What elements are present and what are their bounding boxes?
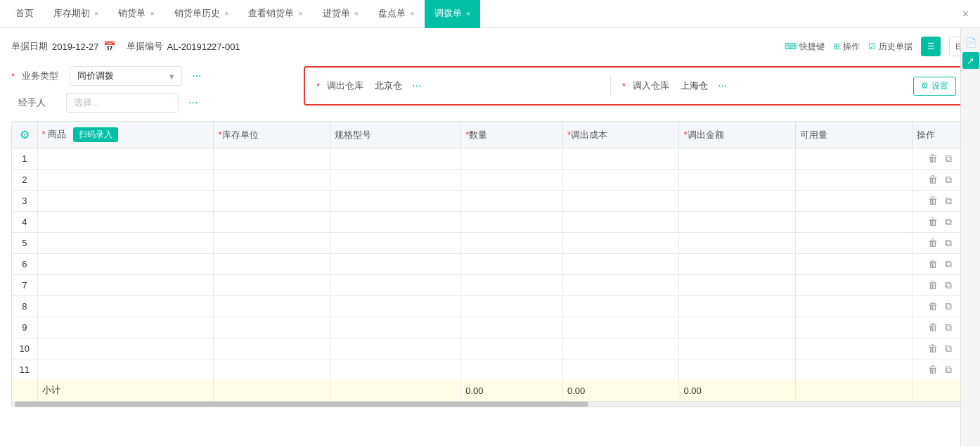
row-spec[interactable]: [330, 170, 460, 191]
tab-transfer[interactable]: 调拨单 ×: [425, 0, 480, 28]
table-scrollbar[interactable]: [12, 401, 968, 407]
row-amount[interactable]: [679, 170, 796, 191]
row-unit[interactable]: [214, 275, 330, 296]
row-amount[interactable]: [679, 254, 796, 275]
delete-icon[interactable]: 🗑: [928, 153, 938, 164]
row-unit[interactable]: [214, 191, 330, 212]
row-product[interactable]: [37, 317, 214, 338]
delete-icon[interactable]: 🗑: [928, 300, 938, 312]
row-cost[interactable]: [562, 275, 679, 296]
row-qty[interactable]: [461, 191, 563, 212]
row-spec[interactable]: [330, 275, 460, 296]
tab-inventory-init[interactable]: 库存期初 ×: [44, 0, 108, 28]
row-unit[interactable]: [214, 254, 330, 275]
row-amount[interactable]: [679, 148, 796, 170]
tab-close-view-sales[interactable]: ×: [298, 9, 302, 18]
copy-icon[interactable]: ⧉: [945, 237, 952, 248]
copy-icon[interactable]: ⧉: [945, 195, 952, 206]
delete-icon[interactable]: 🗑: [928, 216, 938, 227]
row-product[interactable]: [37, 338, 214, 359]
tab-close-purchase[interactable]: ×: [354, 9, 359, 18]
tab-close-sales-order[interactable]: ×: [150, 9, 154, 18]
shortcuts-btn[interactable]: ⌨ 快捷键: [785, 41, 825, 53]
row-qty[interactable]: [461, 317, 563, 338]
row-unit[interactable]: [214, 296, 330, 317]
row-qty[interactable]: [461, 275, 563, 296]
row-unit[interactable]: [214, 212, 330, 233]
tab-home[interactable]: 首页: [6, 0, 44, 28]
row-spec[interactable]: [330, 212, 460, 233]
row-spec[interactable]: [330, 296, 460, 317]
delete-icon[interactable]: 🗑: [928, 343, 938, 354]
copy-icon[interactable]: ⧉: [945, 258, 952, 269]
row-spec[interactable]: [330, 233, 460, 254]
copy-icon[interactable]: ⧉: [945, 216, 952, 227]
row-available[interactable]: [795, 275, 912, 296]
row-amount[interactable]: [679, 296, 796, 317]
row-unit[interactable]: [214, 359, 330, 381]
row-unit[interactable]: [214, 338, 330, 359]
row-available[interactable]: [795, 191, 912, 212]
row-amount[interactable]: [679, 212, 796, 233]
row-cost[interactable]: [562, 254, 679, 275]
out-warehouse-more[interactable]: ···: [412, 79, 421, 92]
row-qty[interactable]: [461, 296, 563, 317]
row-cost[interactable]: [562, 212, 679, 233]
copy-icon[interactable]: ⧉: [945, 364, 952, 375]
row-amount[interactable]: [679, 338, 796, 359]
row-cost[interactable]: [562, 148, 679, 170]
tab-stocktake[interactable]: 盘点单 ×: [368, 0, 424, 28]
tab-close-inventory-init[interactable]: ×: [94, 9, 98, 18]
operations-btn[interactable]: ⊞ 操作: [833, 41, 860, 53]
row-spec[interactable]: [330, 338, 460, 359]
row-cost[interactable]: [562, 296, 679, 317]
business-type-more[interactable]: ···: [192, 70, 201, 82]
row-amount[interactable]: [679, 191, 796, 212]
row-available[interactable]: [795, 148, 912, 170]
settings-button[interactable]: ⚙ 设置: [913, 77, 956, 96]
row-product[interactable]: [37, 296, 214, 317]
row-cost[interactable]: [562, 317, 679, 338]
row-unit[interactable]: [214, 317, 330, 338]
row-cost[interactable]: [562, 191, 679, 212]
row-cost[interactable]: [562, 170, 679, 191]
row-available[interactable]: [795, 212, 912, 233]
copy-icon[interactable]: ⧉: [945, 343, 952, 354]
row-amount[interactable]: [679, 233, 796, 254]
row-unit[interactable]: [214, 148, 330, 170]
handler-more[interactable]: ···: [188, 96, 198, 109]
row-available[interactable]: [795, 359, 912, 381]
delete-icon[interactable]: 🗑: [928, 279, 938, 291]
copy-icon[interactable]: ⧉: [945, 300, 952, 312]
row-product[interactable]: [37, 359, 214, 381]
row-product[interactable]: [37, 148, 214, 170]
table-settings-icon[interactable]: ⚙: [20, 129, 30, 141]
row-unit[interactable]: [214, 170, 330, 191]
in-warehouse-more[interactable]: ···: [718, 79, 727, 92]
business-type-select[interactable]: 同价调拨 ▾: [70, 66, 182, 86]
row-spec[interactable]: [330, 359, 460, 381]
scan-button[interactable]: 扫码录入: [73, 127, 118, 142]
delete-icon[interactable]: 🗑: [928, 237, 938, 248]
copy-icon[interactable]: ⧉: [945, 174, 952, 185]
row-product[interactable]: [37, 212, 214, 233]
row-qty[interactable]: [461, 233, 563, 254]
row-amount[interactable]: [679, 275, 796, 296]
row-available[interactable]: [795, 254, 912, 275]
row-qty[interactable]: [461, 254, 563, 275]
tab-bar-close-btn[interactable]: ×: [957, 8, 974, 20]
row-qty[interactable]: [461, 359, 563, 381]
row-qty[interactable]: [461, 170, 563, 191]
sidebar-doc-icon[interactable]: 📄: [962, 34, 979, 51]
delete-icon[interactable]: 🗑: [928, 174, 938, 185]
delete-icon[interactable]: 🗑: [928, 321, 938, 333]
row-product[interactable]: [37, 170, 214, 191]
table-scrollbar-thumb[interactable]: [15, 402, 588, 407]
row-available[interactable]: [795, 317, 912, 338]
tab-close-stocktake[interactable]: ×: [410, 9, 414, 18]
row-cost[interactable]: [562, 338, 679, 359]
tab-sales-history[interactable]: 销货单历史 ×: [165, 0, 238, 28]
row-cost[interactable]: [562, 359, 679, 381]
row-available[interactable]: [795, 296, 912, 317]
row-amount[interactable]: [679, 317, 796, 338]
